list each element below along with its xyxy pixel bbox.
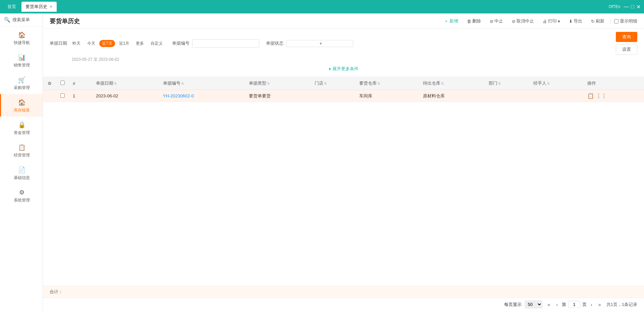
filter-actions: 查询 设置 [616, 32, 637, 55]
display-detail-toggle[interactable]: 显示明细 [614, 18, 637, 24]
close-icon[interactable]: ✕ [636, 4, 641, 10]
sidebar-item-label: 销售管理 [14, 62, 30, 68]
sidebar-item-finance[interactable]: 🔒 资金管理 [0, 117, 43, 139]
col-handler[interactable]: 经手人⇅ [529, 77, 583, 90]
last-page-btn[interactable]: » [596, 301, 603, 308]
tab-home[interactable]: 首页 [3, 2, 20, 12]
brand-name: OfTEn [609, 4, 621, 9]
total-label: 合计： [50, 289, 63, 295]
order-no-label: 单据编号 [172, 40, 190, 46]
sidebar-item-label: 库存核算 [14, 107, 30, 113]
per-page-label: 每页显示 [504, 302, 522, 308]
per-page-select[interactable]: 20 50 100 [525, 301, 542, 308]
sidebar-item-inventory[interactable]: 🏠 库存核算 [0, 94, 43, 117]
export-button[interactable]: ⬇ 导出 [566, 17, 585, 26]
col-settings[interactable]: ⚙ [43, 77, 56, 90]
row-pending-warehouse-cell: 原材料仓库 [419, 90, 485, 102]
action-buttons: 📋 ⋮⋮ [587, 93, 640, 99]
row-checkbox-cell [56, 90, 69, 102]
row-num-cell: 1 [69, 90, 92, 102]
data-table: ⚙ # 单据日期⇅ 单据编号⇅ 单据类型⇅ 门店⇅ 要货仓库⇅ 待出仓库⇅ 部门… [43, 77, 644, 102]
col-num: # [69, 77, 92, 90]
sidebar-search-label: 搜索菜单 [12, 17, 30, 23]
row-department-cell [485, 90, 529, 102]
sidebar: 🔍 搜索菜单 🏠 快捷导航 📊 销售管理 🛒 采购管理 🏠 库存核算 🔒 资金管… [0, 13, 43, 311]
row-checkbox[interactable] [60, 93, 65, 98]
date-opt-custom[interactable]: 自定义 [148, 40, 165, 47]
print-button[interactable]: 🖨 打印 ▾ [540, 17, 563, 26]
first-page-btn[interactable]: « [546, 301, 552, 308]
col-pending-warehouse[interactable]: 待出仓库⇅ [419, 77, 485, 90]
date-range-text: 2023-05-27 至 2023-06-02 [72, 57, 119, 62]
prev-page-btn[interactable]: ‹ [554, 301, 560, 308]
status-select[interactable]: ▾ [286, 40, 353, 47]
date-opt-7days[interactable]: 近7天 [99, 40, 115, 47]
sidebar-item-label: 经营管理 [14, 152, 30, 158]
sales-icon: 📊 [18, 54, 25, 61]
content-area: 要货单历史 ＋ 新增 🗑 删除 ⊘ 中止 ⊘ 取消中止 [43, 13, 644, 311]
top-bar-right: OfTEn — □ ✕ [609, 4, 641, 10]
col-department[interactable]: 部门⇅ [485, 77, 529, 90]
row-handler-cell [529, 90, 583, 102]
edit-icon[interactable]: 📋 [587, 93, 594, 99]
order-no-link[interactable]: YH-20230602-0 [163, 93, 194, 98]
system-icon: ⚙ [19, 189, 24, 196]
page-unit-label: 页 [582, 302, 587, 308]
tab-requisition-history[interactable]: 要货单历史 ✕ [21, 2, 57, 12]
filter-date-group: 单据日期 昨天 今天 近7天 近1月 更多 自定义 [50, 40, 165, 47]
minimize-icon[interactable]: — [624, 4, 629, 10]
row-date-cell: 2023-06-02 [92, 90, 159, 102]
sidebar-item-purchase[interactable]: 🛒 采购管理 [0, 72, 43, 94]
col-action: 操作 [583, 77, 644, 90]
stop-button[interactable]: ⊘ 中止 [487, 17, 506, 26]
refresh-icon: ↻ [591, 19, 595, 24]
sidebar-item-system[interactable]: ⚙ 系统管理 [0, 184, 43, 207]
cancel-stop-button[interactable]: ⊘ 取消中止 [509, 17, 537, 26]
col-date[interactable]: 单据日期⇅ [92, 77, 159, 90]
date-opt-today[interactable]: 今天 [85, 40, 98, 47]
date-filter-label: 单据日期 [50, 40, 67, 46]
filter-row-1: 单据日期 昨天 今天 近7天 近1月 更多 自定义 单据编号 [50, 32, 637, 55]
date-opt-more[interactable]: 更多 [133, 40, 147, 47]
row-store-cell [311, 90, 355, 102]
page-number-input[interactable] [568, 301, 580, 308]
sidebar-item-sales[interactable]: 📊 销售管理 [0, 49, 43, 72]
filter-status-group: 单据状态 ▾ [266, 40, 353, 47]
home-icon: 🏠 [18, 31, 25, 39]
row-settings-cell [43, 90, 56, 102]
date-opt-yesterday[interactable]: 昨天 [70, 40, 83, 47]
sidebar-search[interactable]: 🔍 搜索菜单 [0, 13, 43, 27]
main-layout: 🔍 搜索菜单 🏠 快捷导航 📊 销售管理 🛒 采购管理 🏠 库存核算 🔒 资金管… [0, 13, 644, 311]
next-page-btn[interactable]: › [589, 301, 594, 308]
purchase-icon: 🛒 [18, 76, 25, 84]
date-opt-1month[interactable]: 近1月 [116, 40, 132, 47]
setting-button[interactable]: 设置 [616, 44, 637, 55]
col-order-no[interactable]: 单据编号⇅ [159, 77, 245, 90]
delete-button[interactable]: 🗑 删除 [464, 17, 484, 26]
col-store[interactable]: 门店⇅ [311, 77, 355, 90]
display-detail-checkbox[interactable] [614, 19, 619, 24]
query-button[interactable]: 查询 [616, 32, 637, 42]
select-all-checkbox[interactable] [60, 81, 65, 85]
sidebar-item-basic-info[interactable]: 📄 基础信息 [0, 162, 43, 184]
col-req-warehouse[interactable]: 要货仓库⇅ [355, 77, 419, 90]
order-no-input[interactable] [192, 39, 259, 48]
refresh-label: 刷新 [596, 18, 604, 24]
sidebar-item-quick-nav[interactable]: 🏠 快捷导航 [0, 27, 43, 49]
page-header: 要货单历史 ＋ 新增 🗑 删除 ⊘ 中止 ⊘ 取消中止 [43, 13, 644, 29]
col-order-type[interactable]: 单据类型⇅ [245, 77, 311, 90]
maximize-icon[interactable]: □ [631, 4, 634, 10]
tab-close-icon[interactable]: ✕ [49, 4, 53, 9]
col-checkbox [56, 77, 69, 90]
display-detail-label: 显示明细 [620, 18, 637, 24]
sidebar-item-operations[interactable]: 📋 经营管理 [0, 139, 43, 162]
add-button[interactable]: ＋ 新增 [441, 17, 461, 26]
expand-more-btn[interactable]: ▾ 展开更多条件 [329, 64, 359, 73]
table-header: ⚙ # 单据日期⇅ 单据编号⇅ 单据类型⇅ 门店⇅ 要货仓库⇅ 待出仓库⇅ 部门… [43, 77, 644, 90]
search-icon: 🔍 [4, 17, 10, 23]
table-row: 1 2023-06-02 YH-20230602-0 要货单要货 车间库 原材料… [43, 90, 644, 102]
refresh-button[interactable]: ↻ 刷新 [588, 17, 607, 26]
detail-icon[interactable]: ⋮⋮ [596, 93, 607, 99]
table-body: 1 2023-06-02 YH-20230602-0 要货单要货 车间库 原材料… [43, 90, 644, 102]
expand-more-row: ▾ 展开更多条件 [50, 64, 637, 73]
